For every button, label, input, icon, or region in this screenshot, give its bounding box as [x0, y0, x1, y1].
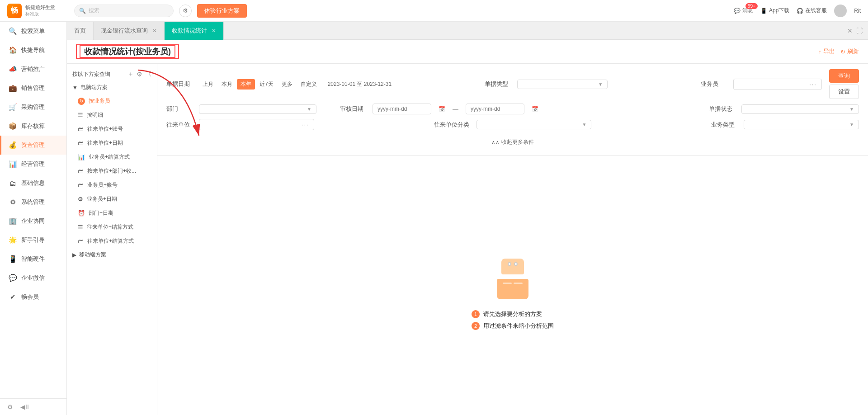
trial-button[interactable]: 体验行业方案: [197, 4, 247, 18]
date-tab-last-month[interactable]: 上月: [199, 79, 217, 90]
salesman-select[interactable]: ···: [733, 79, 822, 90]
counterpart-category-label: 往来单位分类: [434, 121, 469, 129]
bank-flow-tab-close-icon[interactable]: ✕: [152, 28, 157, 34]
desktop-group-chevron: ▼: [72, 85, 78, 91]
panel-item-dept-date[interactable]: ⏰ 部门+日期: [67, 206, 157, 220]
sidebar-label-quick-nav: 快捷导航: [21, 46, 45, 54]
panel-item-by-salesman[interactable]: ↻ 按业务员: [67, 94, 157, 108]
sidebar-item-marketing[interactable]: 📣 营销推广: [0, 60, 66, 79]
download-icon: 📱: [760, 8, 767, 14]
sidebar-item-purchase[interactable]: 🛒 采购管理: [0, 98, 66, 117]
panel-item-salesman-account[interactable]: 🗃 业务员+账号: [67, 178, 157, 192]
panel-item-counterpart-settle2[interactable]: 🗃 往来单位+结算方式: [67, 234, 157, 248]
panel-item-by-counterpart-dept[interactable]: 🗃 按来单位+部门+收...: [67, 164, 157, 178]
sidebar-item-finance[interactable]: 💰 资金管理: [0, 136, 66, 155]
export-button[interactable]: ↑ 导出: [819, 47, 835, 56]
sidebar-label-member: 畅会员: [21, 293, 39, 301]
sidebar-collapse-icon[interactable]: ◀II: [20, 403, 29, 410]
desktop-group-title[interactable]: ▼ 电脑端方案: [67, 81, 157, 94]
date-tab-more[interactable]: 更多: [278, 79, 296, 90]
salesman-settlement-icon: 📊: [78, 154, 85, 160]
panel-item-by-salesman-label: 按业务员: [89, 97, 110, 105]
system-icon: ⚙: [9, 198, 17, 206]
tab-home[interactable]: 首页: [67, 22, 94, 40]
sidebar-item-member[interactable]: ✔ 畅会员: [0, 288, 66, 307]
online-service-button[interactable]: 🎧 在线客服: [797, 7, 827, 14]
date-tab-custom[interactable]: 自定义: [297, 79, 321, 90]
refresh-button[interactable]: ↻ 刷新: [840, 47, 859, 56]
notification-button[interactable]: 💬 消息 99+: [734, 7, 753, 14]
search-bar[interactable]: 🔍 搜索: [74, 5, 174, 17]
tab-collection-stats[interactable]: 收款情况统计 ✕: [165, 22, 224, 40]
query-button[interactable]: 查询: [829, 69, 859, 83]
sidebar-item-quick-nav[interactable]: 🏠 快捷导航: [0, 41, 66, 60]
date-tab-this-month[interactable]: 本月: [218, 79, 236, 90]
guide-icon: 🌟: [9, 236, 17, 244]
review-date-start-input[interactable]: [373, 104, 431, 114]
enterprise-icon: 🏢: [9, 217, 17, 225]
date-tab-this-year[interactable]: 本年: [237, 79, 255, 90]
collapse-more-button[interactable]: ∧∧ 收起更多条件: [166, 135, 859, 150]
counterpart-category-select[interactable]: ▼: [476, 120, 592, 129]
panel-item-counterpart-date[interactable]: 🗃 往来单位+日期: [67, 136, 157, 150]
user-name: Rit: [854, 8, 861, 14]
sidebar-item-smart-hw[interactable]: 📱 智能硬件: [0, 250, 66, 269]
left-panel-settings-icon[interactable]: ⚙: [137, 71, 142, 78]
sidebar-item-base-info[interactable]: 🗂 基础信息: [0, 174, 66, 193]
tab-bar: 首页 现金银行流水查询 ✕ 收款情况统计 ✕ ✕ ⛶: [67, 22, 868, 40]
counterpart-settle1-icon: ☰: [78, 224, 83, 231]
mobile-group-title[interactable]: ▶ 移动端方案: [67, 248, 157, 261]
mobile-group-label: 移动端方案: [79, 251, 106, 259]
sidebar-item-system[interactable]: ⚙ 系统管理: [0, 193, 66, 212]
tab-maximize-icon[interactable]: ⛶: [856, 27, 863, 34]
purchase-icon: 🛒: [9, 103, 17, 111]
tab-bank-flow[interactable]: 现金银行流水查询 ✕: [94, 22, 165, 40]
sidebar-item-search-menu[interactable]: 🔍 搜索菜单: [0, 22, 66, 41]
empty-steps: 1 请先选择要分析的方案 2 用过滤条件来缩小分析范围: [472, 310, 554, 330]
user-avatar[interactable]: [834, 5, 847, 17]
panel-item-by-detail[interactable]: ☰ 按明细: [67, 108, 157, 122]
robot-head: [501, 259, 524, 274]
step-2-text: 用过滤条件来缩小分析范围: [483, 322, 554, 330]
panel-item-salesman-settlement[interactable]: 📊 业务员+结算方式: [67, 150, 157, 164]
left-panel: 按以下方案查询 ＋ ⚙ 《 ▼ 电脑端方案: [67, 64, 157, 415]
app-download-button[interactable]: 📱 App下载: [760, 7, 789, 14]
page-title-highlight: 收款情况统计(按业务员): [76, 44, 179, 59]
sidebar-label-system: 系统管理: [21, 198, 45, 206]
empty-step-2: 2 用过滤条件来缩小分析范围: [472, 322, 554, 330]
robot-eye-left: [508, 262, 511, 266]
sidebar-item-wechat[interactable]: 💬 企业微信: [0, 269, 66, 288]
voucher-type-select[interactable]: ▼: [517, 80, 608, 89]
filter-row-counterpart: 往来单位 ··· 往来单位分类 ▼: [166, 119, 859, 130]
header-gear-button[interactable]: ⚙: [179, 5, 192, 17]
business-type-select[interactable]: ▼: [744, 120, 859, 129]
robot-eye-right: [514, 262, 518, 266]
quick-nav-icon: 🏠: [9, 46, 17, 54]
sidebar-item-inventory[interactable]: 📦 库存核算: [0, 117, 66, 136]
date-tab-7days[interactable]: 近7天: [256, 79, 277, 90]
tab-close-window-icon[interactable]: ✕: [847, 27, 853, 34]
sidebar-item-operations[interactable]: 📊 经营管理: [0, 155, 66, 174]
search-icon: 🔍: [79, 8, 86, 14]
dept-select[interactable]: ▼: [199, 104, 316, 114]
collection-stats-tab-close-icon[interactable]: ✕: [212, 28, 216, 34]
review-date-end-input[interactable]: [466, 104, 524, 114]
left-panel-collapse-icon[interactable]: 《: [145, 70, 151, 78]
sidebar-label-guide: 新手引导: [21, 236, 45, 244]
message-icon: 💬: [734, 8, 741, 14]
sidebar-label-wechat: 企业微信: [21, 274, 45, 282]
page-actions: ↑ 导出 ↻ 刷新: [819, 47, 859, 56]
panel-item-counterpart-account[interactable]: 🗃 往来单位+账号: [67, 122, 157, 136]
panel-item-salesman-date[interactable]: ⚙ 业务员+日期: [67, 192, 157, 206]
sidebar-settings-icon[interactable]: ⚙: [7, 403, 13, 410]
sidebar-item-enterprise[interactable]: 🏢 企业协同: [0, 212, 66, 231]
filter-row-date: 单据日期 上月 本月 本年 近7天 更多 自定义 2023-01-01 至 20…: [166, 69, 859, 99]
voucher-status-select[interactable]: ▼: [741, 104, 859, 114]
sidebar-item-sales[interactable]: 💼 销售管理: [0, 79, 66, 98]
panel-item-counterpart-settle1[interactable]: ☰ 往来单位+结算方式: [67, 220, 157, 234]
settings-button[interactable]: 设置: [829, 85, 859, 99]
left-panel-add-icon[interactable]: ＋: [127, 70, 134, 78]
counterpart-select[interactable]: ···: [199, 119, 314, 130]
panel-item-by-counterpart-dept-label: 按来单位+部门+收...: [87, 167, 136, 175]
sidebar-item-guide[interactable]: 🌟 新手引导: [0, 231, 66, 250]
